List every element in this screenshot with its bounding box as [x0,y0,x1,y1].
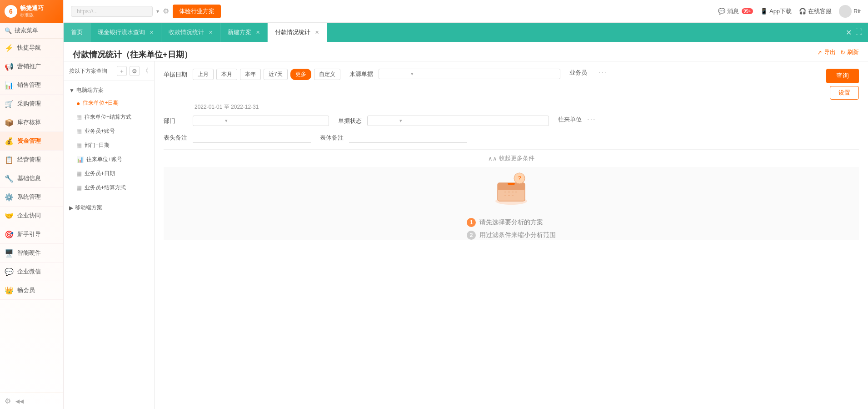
export-button[interactable]: ↗ 导出 [817,48,836,56]
tab-new-scheme[interactable]: 新建方案 ✕ [220,23,268,42]
sidebar-item-wechat[interactable]: 💬 企业微信 [0,263,63,281]
scheme-active-icon: ● [76,100,80,107]
scheme-label: 业务员+结算方式 [85,184,126,192]
sidebar-item-basic[interactable]: 🔧 基础信息 [0,169,63,188]
scheme-label: 业务员+账号 [85,127,115,135]
tab-new-scheme-label: 新建方案 [228,28,251,36]
date-btn-more[interactable]: 更多 [290,69,311,80]
sidebar-item-member[interactable]: 👑 畅会员 [0,281,63,300]
sidebar-item-label: 基础信息 [17,174,41,182]
tab-cash-flow-close[interactable]: ✕ [150,30,154,35]
export-label: 导出 [824,48,836,56]
date-range-text: 2022-01-01 至 2022-12-31 [195,104,259,110]
filter-date-item: 单据日期 上月 本月 本年 近7天 更多 自定义 [164,69,340,80]
topbar-settings-icon[interactable]: ⚙ [163,7,169,15]
hardware-icon: 🖥️ [5,248,14,258]
svg-rect-3 [508,183,515,185]
logo-subtitle: 标准版 [20,12,44,18]
date-range-display: 2022-01-01 至 2022-12-31 [193,102,859,111]
add-scheme-button[interactable]: + [117,66,127,76]
tab-home[interactable]: 首页 [64,23,90,42]
online-service-label: 在线客服 [808,7,832,15]
scheme-item-3[interactable]: ▦ 部门+日期 [64,138,154,152]
panel-collapse-button[interactable]: 《 [142,67,149,75]
sidebar-item-sales[interactable]: 📊 销售管理 [0,76,63,95]
sidebar-item-funds[interactable]: 💰 资金管理 [0,132,63,151]
address-bar[interactable]: https://... [71,6,153,17]
main-area: https://... ▾ ⚙ 体验行业方案 💬 消息 99+ 📱 App下载 … [64,0,868,409]
scheme-item-6[interactable]: ▦ 业务员+结算方式 [64,181,154,195]
tab-cash-flow[interactable]: 现金银行流水查询 ✕ [90,23,161,42]
sidebar-item-operations[interactable]: 📋 经营管理 [0,151,63,169]
filter-dates: 上月 本月 本年 近7天 更多 自定义 [193,69,340,80]
business-select-dots[interactable]: ··· [599,69,607,77]
department-select[interactable]: ▾ [193,116,329,126]
tab-payment-stats[interactable]: 付款情况统计 ✕ [268,23,327,42]
address-dropdown-icon[interactable]: ▾ [156,8,159,15]
collapse-more-button[interactable]: ∧∧ 收起更多条件 [164,149,859,167]
collapse-more-label: 收起更多条件 [499,154,534,162]
scheme-item-5[interactable]: ▦ 业务员+日期 [64,167,154,181]
scheme-table-icon: ▦ [76,142,82,149]
date-btn-this-month[interactable]: 本月 [216,69,237,80]
sidebar-item-enterprise[interactable]: 🤝 企业协同 [0,207,63,225]
sidebar-item-inventory[interactable]: 📦 库存核算 [0,113,63,132]
tab-receipt-stats[interactable]: 收款情况统计 ✕ [161,23,220,42]
date-btn-this-year[interactable]: 本年 [240,69,261,80]
scheme-label: 往来单位+账号 [86,156,122,163]
body-note-input[interactable] [349,132,467,143]
scheme-group-mobile-title[interactable]: ▶ 移动端方案 [64,202,154,213]
filter-row-1: 单据日期 上月 本月 本年 近7天 更多 自定义 来源单据 [164,69,859,100]
scheme-item-0[interactable]: ● 往来单位+日期 [64,96,154,110]
bottom-collapse-icon[interactable]: ◀◀ [15,398,24,404]
user-info[interactable]: Rit [839,5,861,18]
refresh-button[interactable]: ↻ 刷新 [840,48,859,56]
scheme-item-4[interactable]: 📊 往来单位+账号 [64,152,154,167]
system-icon: ⚙️ [5,192,14,202]
enterprise-icon: 🤝 [5,211,14,220]
tab-new-scheme-close[interactable]: ✕ [256,30,260,35]
source-select[interactable]: ▾ [379,69,560,79]
date-btn-7days[interactable]: 近7天 [264,69,288,80]
messages-label: 消息 [727,7,739,15]
date-btn-custom[interactable]: 自定义 [314,69,340,80]
tab-close-icon[interactable]: ✕ [846,28,852,37]
panel-header: 按以下方案查询 + ⚙ 《 [64,61,154,81]
sidebar-item-hardware[interactable]: 🖥️ 智能硬件 [0,244,63,263]
scheme-group-desktop-title[interactable]: ▼ 电脑端方案 [64,85,154,96]
filter-row-3: 表头备注 表体备注 [164,132,859,143]
scheme-chart-icon: 📊 [76,156,84,163]
app-download-label: App下载 [769,7,792,15]
header-note-input[interactable] [193,132,311,143]
tab-receipt-stats-close[interactable]: ✕ [209,30,213,35]
filter-business-item: 业务员 ··· [569,69,724,77]
date-label: 单据日期 [164,71,189,79]
sidebar-item-marketing[interactable]: 📢 营销推广 [0,57,63,76]
scheme-item-1[interactable]: ▦ 往来单位+结算方式 [64,110,154,124]
sidebar-logo: 6 畅捷通巧 标准版 [0,0,63,23]
sidebar-item-quick-nav[interactable]: ⚡ 快捷导航 [0,39,63,57]
app-download-btn[interactable]: 📱 App下载 [760,7,792,15]
filter-voucher-status-item: 单据状态 ▾ [338,116,549,126]
bottom-settings-icon[interactable]: ⚙ [5,397,11,405]
tab-maximize-icon[interactable]: ⛶ [855,28,863,36]
voucher-status-select[interactable]: ▾ [367,116,549,126]
logo-icon: 6 [5,5,17,18]
trial-button[interactable]: 体验行业方案 [173,5,221,18]
online-service-btn[interactable]: 🎧 在线客服 [799,7,832,15]
settings-button[interactable]: 设置 [830,86,859,100]
related-party-select-dots[interactable]: ··· [587,116,596,124]
tab-payment-stats-close[interactable]: ✕ [315,30,319,35]
date-btn-last-month[interactable]: 上月 [193,69,214,80]
sidebar-search[interactable]: 🔍 搜索菜单 [0,23,63,39]
messages-btn[interactable]: 💬 消息 99+ [718,7,753,15]
scheme-settings-button[interactable]: ⚙ [130,66,140,76]
arrow-down-icon: ▼ [69,87,75,94]
sidebar-item-system[interactable]: ⚙️ 系统管理 [0,188,63,207]
body-note-label: 表体备注 [320,134,345,142]
scheme-item-2[interactable]: ▦ 业务员+账号 [64,124,154,138]
query-button[interactable]: 查询 [826,69,859,83]
sidebar-item-purchase[interactable]: 🛒 采购管理 [0,95,63,113]
sidebar-item-guide[interactable]: 🎯 新手引导 [0,225,63,244]
scheme-table-icon: ▦ [76,114,82,121]
